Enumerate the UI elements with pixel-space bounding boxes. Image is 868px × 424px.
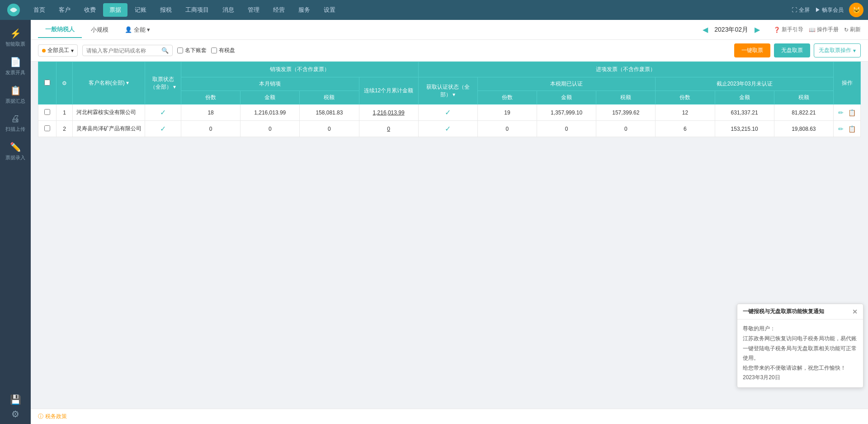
search-input[interactable] xyxy=(86,48,159,54)
tab-general-taxpayer[interactable]: 一般纳税人 xyxy=(38,22,82,38)
nav-services[interactable]: 服务 xyxy=(292,3,316,17)
sidebar-label-scan-upload: 扫描上传 xyxy=(5,126,25,133)
tax-disk-checkbox[interactable]: 有税盘 xyxy=(211,47,235,54)
tax-policy-link[interactable]: ⓘ 税务政策 xyxy=(38,413,67,420)
nav-bookkeeping[interactable]: 记账 xyxy=(128,3,153,17)
employee-select[interactable]: 全部员工 ▾ xyxy=(38,44,78,57)
ticket-entry-icon: ✏️ xyxy=(10,142,21,152)
left-sidebar: ⚡ 智能取票 📄 发票开具 📋 票据汇总 🖨 扫描上传 ✏️ 票据录入 💾 ⚙ xyxy=(0,20,31,424)
row1-edit-icon[interactable]: ✏ xyxy=(838,109,844,116)
th-take-status: 取票状态（全部） ▾ xyxy=(145,62,181,105)
table-row: 1 河北柯霖桉实业有限公司 ✓ 18 1,216,013.99 158,081.… xyxy=(38,105,861,121)
row1-tax3: 81,822.21 xyxy=(774,105,833,121)
row1-tax: 158,081.83 xyxy=(300,105,359,121)
th-num2: 份数 xyxy=(477,91,537,105)
tax-disk-check[interactable] xyxy=(211,48,217,53)
sidebar-item-invoice-open[interactable]: 📄 发票开具 xyxy=(2,53,29,80)
tab-small-scale[interactable]: 小规模 xyxy=(84,22,116,38)
nav-business[interactable]: 工商项目 xyxy=(179,3,215,17)
no-disk-ops-btn[interactable]: 无盘取票操作 ▾ xyxy=(814,43,861,57)
row2-check[interactable] xyxy=(44,125,50,131)
invoice-table: ⚙ 客户名称(全部) ▾ 取票状态（全部） ▾ 销项发票（不含作废票） 进项发票… xyxy=(38,62,861,137)
row2-cum-link[interactable]: 0 xyxy=(387,126,390,132)
sidebar-item-ticket-summary[interactable]: 📋 票据汇总 xyxy=(2,81,29,108)
nav-messages[interactable]: 消息 xyxy=(216,3,241,17)
row2-detail-icon[interactable]: 📋 xyxy=(848,125,856,133)
nav-tickets[interactable]: 票据 xyxy=(103,3,127,17)
no-disk-ticket-btn[interactable]: 无盘取票 xyxy=(774,43,810,57)
th-certified-period: 本税期已认证 xyxy=(477,77,656,91)
user-avatar[interactable]: 🐱 xyxy=(849,3,863,17)
th-amount1: 金额 xyxy=(241,91,300,105)
row1-amount: 1,216,013.99 xyxy=(241,105,300,121)
dropdown-chevron-icon: ▾ xyxy=(853,48,856,54)
employee-select-label: 全部员工 xyxy=(47,47,69,54)
member-btn[interactable]: ▶ 畅享会员 xyxy=(815,6,844,14)
nav-customers[interactable]: 客户 xyxy=(52,3,77,17)
tax-policy-icon: ⓘ xyxy=(38,413,43,420)
row1-cum-link[interactable]: 1,216,013.99 xyxy=(373,110,405,116)
tab-bar: 一般纳税人 小规模 👤 全能 ▾ ◀ 2023年02月 ▶ ❓ 新手引导 📖 操… xyxy=(31,20,868,40)
select-all-checkbox[interactable] xyxy=(44,80,50,86)
row1-amount3: 631,337.21 xyxy=(715,105,774,121)
nav-menu: 首页 客户 收费 票据 记账 报税 工商项目 消息 管理 经营 服务 设置 xyxy=(27,3,792,17)
customer-filter-icon[interactable]: ▾ xyxy=(126,80,129,86)
employee-dot xyxy=(42,49,46,52)
row2-num3: 6 xyxy=(656,121,715,137)
row1-no: 1 xyxy=(57,105,73,121)
row2-amount3: 153,215.10 xyxy=(715,121,774,137)
under-account-checkbox[interactable]: 名下账套 xyxy=(177,47,207,54)
sidebar-item-ticket-entry[interactable]: ✏️ 票据录入 xyxy=(2,138,29,165)
new-guide-btn[interactable]: ❓ 新手引导 xyxy=(774,26,803,33)
nav-settings[interactable]: 设置 xyxy=(317,3,342,17)
nav-operations[interactable]: 经营 xyxy=(267,3,291,17)
row2-amount2: 0 xyxy=(537,121,596,137)
row1-num2: 19 xyxy=(477,105,537,121)
row1-cert-icon: ✓ xyxy=(445,109,451,116)
row2-cum: 0 xyxy=(359,121,418,137)
popup-header: 一键报税与无盘取票功能恢复通知 ✕ xyxy=(737,304,863,319)
nav-management[interactable]: 管理 xyxy=(241,3,266,17)
row2-edit-icon[interactable]: ✏ xyxy=(838,125,844,133)
row1-amount2: 1,357,999.10 xyxy=(537,105,596,121)
search-icon[interactable]: 🔍 xyxy=(161,47,169,54)
popup-title: 一键报税与无盘取票功能恢复通知 xyxy=(743,308,824,315)
row1-customer: 河北柯霖桉实业有限公司 xyxy=(73,105,145,121)
table-row: 2 灵寿县尚泽矿产品有限公司 ✓ 0 0 0 0 ✓ 0 0 0 6 153,2… xyxy=(38,121,861,137)
nav-fees[interactable]: 收费 xyxy=(78,3,102,17)
sidebar-label-ticket-entry: 票据录入 xyxy=(5,154,25,161)
row1-detail-icon[interactable]: 📋 xyxy=(848,109,856,116)
under-account-check[interactable] xyxy=(177,48,183,53)
one-click-ticket-btn[interactable]: 一键取票 xyxy=(734,43,770,57)
nav-tax[interactable]: 报税 xyxy=(154,3,178,17)
manual-btn[interactable]: 📖 操作手册 xyxy=(809,26,839,33)
tab-all[interactable]: 👤 全能 ▾ xyxy=(118,22,157,38)
fullscreen-btn[interactable]: ⛶ 全屏 xyxy=(792,6,809,14)
row1-cum: 1,216,013.99 xyxy=(359,105,418,121)
popup-close-btn[interactable]: ✕ xyxy=(852,308,858,315)
row2-ops: ✏ 📋 xyxy=(834,121,861,137)
th-customer: 客户名称(全部) ▾ xyxy=(73,62,145,105)
row2-take-status: ✓ xyxy=(145,121,181,137)
row1-check-icon: ✓ xyxy=(160,109,166,116)
nav-home[interactable]: 首页 xyxy=(27,3,52,17)
row2-check-icon: ✓ xyxy=(160,125,166,133)
row1-num3: 12 xyxy=(656,105,715,121)
sidebar-label-ticket-summary: 票据汇总 xyxy=(5,98,25,105)
row2-no: 2 xyxy=(57,121,73,137)
refresh-btn[interactable]: ↻ 刷新 xyxy=(844,26,861,33)
sidebar-label-smart-ticket: 智能取票 xyxy=(5,41,25,48)
sidebar-bottom-icon2[interactable]: ⚙ xyxy=(11,409,19,419)
sidebar-item-scan-upload[interactable]: 🖨 扫描上传 xyxy=(2,110,29,136)
prev-month-btn[interactable]: ◀ xyxy=(700,24,711,35)
cert-filter-icon[interactable]: ▾ xyxy=(453,91,455,98)
next-month-btn[interactable]: ▶ xyxy=(752,24,763,35)
sidebar-item-smart-ticket[interactable]: ⚡ 智能取票 xyxy=(2,24,29,51)
take-status-filter-icon[interactable]: ▾ xyxy=(173,84,176,90)
th-monthly-sales: 本月销项 xyxy=(181,77,359,91)
row2-cert-icon: ✓ xyxy=(445,125,451,133)
sidebar-bottom-icon1[interactable]: 💾 xyxy=(10,394,21,405)
scan-upload-icon: 🖨 xyxy=(11,114,20,124)
row1-check[interactable] xyxy=(44,109,50,115)
footer-bar: ⓘ 税务政策 xyxy=(31,409,868,424)
